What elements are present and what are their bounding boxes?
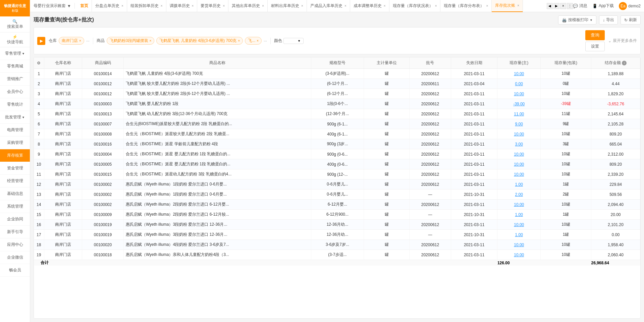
cell-qty-main[interactable]: 3.00	[497, 139, 541, 149]
tab-inventory-dist[interactable]: 现存量（库存分布表） ×	[440, 0, 492, 12]
sidebar-item-inventory[interactable]: 库存核算	[0, 149, 30, 162]
tab-material-out[interactable]: 材料出库单历史 ×	[268, 0, 307, 12]
tab-close-icon[interactable]: ×	[223, 4, 225, 8]
tab-close-icon[interactable]: ×	[262, 4, 264, 8]
tab-close-icon[interactable]: ×	[384, 4, 386, 8]
tab-close-icon[interactable]: ×	[161, 4, 163, 8]
goods-tag2-close-icon[interactable]: ×	[238, 39, 240, 43]
quick-nav[interactable]: ⚡ 快捷导航	[0, 33, 30, 47]
cell-qty-main[interactable]: 10.00	[497, 149, 541, 159]
tab-inventory-status[interactable]: 现存量（库存状况表） ×	[389, 0, 441, 12]
cell-qty-main[interactable]: 10.00	[497, 159, 541, 169]
tab-close-icon[interactable]: ×	[301, 4, 303, 8]
app-download-button[interactable]: 📱 App下载	[592, 3, 614, 9]
export-button[interactable]: ↓ 导出	[599, 15, 618, 24]
cell-no: 3	[34, 89, 44, 99]
tab-transfer[interactable]: 调拨单历史 ×	[166, 0, 198, 12]
sidebar-item-member-card[interactable]: 畅会员	[0, 264, 30, 277]
tab-menu-button[interactable]: ⋮	[567, 3, 573, 9]
sidebar-item-guide[interactable]: 新手引导	[0, 226, 30, 238]
cell-qty-main[interactable]: 10.00	[497, 250, 541, 260]
sidebar-item-wholesale[interactable]: 批发管理 ▼	[0, 111, 30, 124]
sidebar-item-basic-info[interactable]: 基础信息	[0, 187, 30, 200]
color-filter-dropdown[interactable]: ▼	[283, 38, 304, 44]
sidebar-item-app-center[interactable]: 应用中心	[0, 238, 30, 251]
tab-close-icon[interactable]: ×	[517, 4, 519, 7]
cell-qty-main[interactable]: 11.00	[497, 109, 541, 119]
cell-name: 合生元（BIOSTIME）派星较大婴儿配方奶粉 2段 乳糖蛋...	[123, 129, 311, 139]
gear-icon[interactable]: ⚙	[37, 61, 41, 65]
sidebar-item-retail-stats[interactable]: 零售统计	[0, 98, 30, 111]
goods-filter-tag3[interactable]: 飞... ×	[245, 37, 262, 45]
sidebar-item-operations[interactable]: 经营管理	[0, 175, 30, 187]
expand-more-bar[interactable]: ⌄ 展开更多条件	[608, 37, 637, 44]
table-wrapper[interactable]: ⚙ 仓库名称 商品编码 商品名称 规格型号 主计量单位 批号 失效日期 现存量(…	[34, 57, 640, 318]
cell-qty-main[interactable]: 10.00	[497, 200, 541, 210]
cell-qty-main[interactable]: 10.00	[497, 89, 541, 99]
sidebar-item-member[interactable]: 会员中心	[0, 86, 30, 98]
tab-cost-adjust[interactable]: 成本调整单历史 ×	[350, 0, 389, 12]
tab-close-icon[interactable]: ×	[192, 4, 194, 8]
account-selector[interactable]: 母婴行业演示账套 ▼	[34, 3, 75, 9]
user-menu-button[interactable]: Ea demo2	[619, 2, 641, 10]
print-button[interactable]: 🖨️ 按模板打印 ▼	[558, 15, 596, 24]
info-icon[interactable]: i	[622, 61, 627, 65]
sidebar-item-purchase[interactable]: 采购管理	[0, 137, 30, 149]
tab-close-icon[interactable]: ×	[486, 4, 488, 8]
goods-tag1-close-icon[interactable]: ×	[150, 39, 152, 43]
message-button[interactable]: 💬 消息	[573, 3, 587, 9]
cell-code: 00100004	[82, 149, 124, 159]
sidebar-logo[interactable]: 畅捷通好生意 标版	[0, 0, 30, 16]
page-actions: 🖨️ 按模板打印 ▼ ↓ 导出 ↻ 刷新	[558, 15, 641, 24]
cell-qty-main[interactable]: 10.00	[497, 169, 541, 179]
footer-label: 合计	[34, 260, 497, 266]
cell-qty-main[interactable]: 10.00	[497, 220, 541, 230]
cell-qty-main[interactable]: 2.00	[497, 190, 541, 200]
tab-product-in[interactable]: 产成品入库单历史 ×	[307, 0, 350, 12]
cell-qty-main[interactable]: -39.00	[497, 99, 541, 109]
warehouse-filter-more[interactable]: ···	[86, 39, 90, 43]
cell-warehouse: 南岸门店	[44, 119, 82, 129]
cell-qty-main[interactable]: 1.00	[497, 210, 541, 220]
sidebar-item-finance[interactable]: 资金管理	[0, 162, 30, 175]
tab-close-icon[interactable]: ×	[121, 4, 123, 8]
search-menu[interactable]: 🔍 搜索菜单	[0, 16, 30, 33]
cell-qty-main[interactable]: 1.00	[497, 179, 541, 190]
cell-qty-main[interactable]: 1.00	[497, 230, 541, 240]
cell-qty-main[interactable]: 10.00	[497, 240, 541, 250]
goods-filter-more[interactable]: ···	[264, 39, 267, 43]
refresh-button[interactable]: ↻ 刷新	[621, 15, 641, 24]
tab-prev-button[interactable]: ◀	[547, 3, 553, 9]
tab-disassembly[interactable]: 组装拆卸单历史 ×	[127, 0, 166, 12]
tab-close-all-button[interactable]: ×	[560, 3, 566, 9]
sidebar-item-retail-mall[interactable]: 零售商城	[0, 60, 30, 73]
sidebar-item-marketing[interactable]: 营销推广	[0, 73, 30, 86]
sidebar-item-enterprise[interactable]: 企业协同	[0, 213, 30, 226]
tab-other-out[interactable]: 其他出库单历史 ×	[228, 0, 268, 12]
logo-line1: 畅捷通好生意	[2, 3, 28, 8]
cell-qty-main[interactable]: 10.00	[497, 69, 541, 79]
goods-filter-tag2[interactable]: 飞鹤星飞帆 儿童奶粉 4段(3-6岁适用) 700克 ×	[156, 37, 243, 45]
goods-filter-tag1[interactable]: 飞鹤奶粉3段丙罐摆装 ×	[107, 37, 155, 45]
warehouse-tag-close-icon[interactable]: ×	[79, 39, 81, 43]
tab-batch-voucher[interactable]: 库存批次账 ×	[492, 0, 523, 12]
setting-button[interactable]: 设置	[585, 42, 605, 51]
filter-expand-button[interactable]: ▶	[37, 37, 45, 45]
query-button[interactable]: 查询	[585, 30, 605, 40]
warehouse-filter-tag[interactable]: 南岸门店 ×	[59, 37, 84, 45]
sidebar-item-sys-mgmt[interactable]: 系统管理	[0, 200, 30, 213]
sidebar-item-label: 采购管理	[7, 140, 23, 145]
sidebar-item-ecommerce[interactable]: 电商管理	[0, 124, 30, 137]
tab-close-icon[interactable]: ×	[435, 4, 437, 8]
tab-home[interactable]: 首页	[77, 0, 92, 12]
sidebar-item-retail-mgmt[interactable]: 零售管理 ▼	[0, 47, 30, 60]
tab-inventory-split[interactable]: 分盘点单历史 ×	[92, 0, 127, 12]
tab-request[interactable]: 要货单历史 ×	[197, 0, 228, 12]
cell-qty-main[interactable]: 10.00	[497, 129, 541, 139]
cell-qty-main[interactable]: 9.00	[497, 119, 541, 129]
tab-close-icon[interactable]: ×	[344, 4, 346, 8]
sidebar-item-enterprise-wechat[interactable]: 企业微信	[0, 251, 30, 264]
cell-qty-main[interactable]: 0.00	[497, 79, 541, 89]
goods-tag3-close-icon[interactable]: ×	[257, 39, 259, 43]
tab-next-button[interactable]: ▶	[553, 3, 559, 9]
